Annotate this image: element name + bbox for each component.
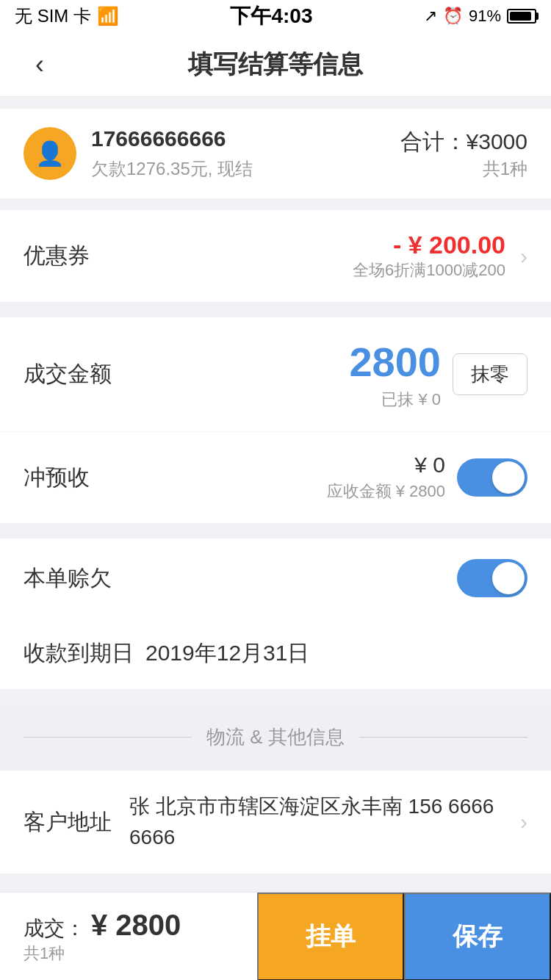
due-date-row: 收款到期日 2019年12月31日: [0, 618, 551, 689]
transaction-row: 成交金额 2800 已抹 ¥ 0 抹零: [0, 317, 551, 432]
customer-right: 合计：¥3000 共1种: [400, 127, 527, 181]
status-bar: 无 SIM 卡 📶 下午4:03 ↗ ⏰ 91%: [0, 0, 551, 32]
status-left: 无 SIM 卡 📶: [15, 4, 119, 28]
divider-2: [0, 303, 551, 317]
address-right: ›: [514, 810, 527, 835]
save-button[interactable]: 保存: [404, 893, 551, 981]
avatar: 👤: [24, 127, 76, 180]
bottom-bar: 成交： ¥ 2800 共1种 挂单 保存: [0, 892, 551, 980]
logistics-label: 物流 & 其他信息: [206, 724, 345, 750]
coupon-desc: 全场6折满1000减200: [353, 259, 505, 281]
line-left: [24, 737, 192, 738]
back-button[interactable]: ‹: [18, 43, 62, 87]
debit-label: 本单赊欠: [24, 563, 112, 594]
page-title: 填写结算等信息: [188, 48, 363, 82]
prepay-right: ¥ 0 应收金额 ¥ 2800: [327, 453, 527, 502]
address-value: 张 北京市市辖区海淀区永丰南 156 6666 6666: [129, 791, 514, 853]
customer-left: 👤 17666666666 欠款1276.35元, 现结: [24, 126, 253, 181]
alarm-icon: ⏰: [443, 7, 463, 26]
divider-3: [0, 524, 551, 538]
divider-1: [0, 198, 551, 210]
customer-debt: 欠款1276.35元, 现结: [91, 157, 253, 181]
toggle-knob: [492, 461, 525, 494]
coupon-label: 优惠券: [24, 241, 90, 271]
line-right: [359, 737, 527, 738]
due-date-label: 收款到期日: [24, 638, 134, 669]
customer-phone: 17666666666: [91, 126, 253, 151]
status-right: ↗ ⏰ 91%: [424, 7, 536, 26]
coupon-chevron-icon: ›: [520, 244, 527, 269]
deal-label: 成交：: [24, 915, 85, 943]
deal-amount: ¥ 2800: [91, 909, 181, 942]
location-icon: ↗: [424, 7, 437, 26]
address-chevron-icon: ›: [520, 810, 527, 835]
coupon-right: - ¥ 200.00 全场6折满1000减200 ›: [353, 231, 527, 281]
coupon-row[interactable]: 优惠券 - ¥ 200.00 全场6折满1000减200 ›: [0, 210, 551, 303]
logistics-divider: 物流 & 其他信息: [0, 704, 551, 771]
time-label: 下午4:03: [230, 2, 312, 30]
debit-row: 本单赊欠: [0, 538, 551, 618]
address-row[interactable]: 客户地址 张 北京市市辖区海淀区永丰南 156 6666 6666 ›: [0, 771, 551, 873]
debit-toggle-knob: [492, 562, 525, 594]
total-count: 共1种: [400, 157, 527, 181]
prepay-row: 冲预收 ¥ 0 应收金额 ¥ 2800: [0, 432, 551, 524]
prepay-toggle[interactable]: [457, 458, 527, 497]
divider-4: [0, 689, 551, 704]
address-label: 客户地址: [24, 807, 112, 837]
prepay-label: 冲预收: [24, 463, 90, 493]
customer-info: 17666666666 欠款1276.35元, 现结: [91, 126, 253, 181]
wiped-label: 已抹 ¥ 0: [381, 389, 441, 411]
form-section: 成交金额 2800 已抹 ¥ 0 抹零 冲预收 ¥ 0 应收金额 ¥ 2800: [0, 317, 551, 524]
due-date-value: 2019年12月31日: [145, 638, 309, 669]
transaction-label: 成交金额: [24, 359, 112, 389]
hang-button[interactable]: 挂单: [257, 893, 404, 981]
battery-icon: [507, 9, 536, 24]
back-icon: ‹: [35, 49, 44, 80]
carrier-label: 无 SIM 卡: [15, 4, 91, 28]
round-zero-button[interactable]: 抹零: [453, 353, 527, 395]
deal-count: 共1种: [24, 943, 234, 965]
total-amount: 合计：¥3000: [400, 127, 527, 157]
transaction-amount: 2800: [349, 338, 441, 386]
avatar-icon: 👤: [35, 140, 65, 167]
debit-toggle[interactable]: [457, 559, 527, 597]
deal-row: 成交： ¥ 2800: [24, 909, 234, 943]
bottom-summary: 成交： ¥ 2800 共1种: [0, 909, 257, 965]
customer-card: 👤 17666666666 欠款1276.35元, 现结 合计：¥3000 共1…: [0, 109, 551, 198]
prepay-amount: ¥ 0: [414, 453, 445, 478]
coupon-amount: - ¥ 200.00: [353, 231, 505, 259]
nav-bar: ‹ 填写结算等信息: [0, 32, 551, 97]
wifi-icon: 📶: [97, 6, 119, 26]
prepay-desc: 应收金额 ¥ 2800: [327, 480, 445, 502]
prepay-amount-col: ¥ 0 应收金额 ¥ 2800: [327, 453, 445, 502]
battery-label: 91%: [469, 7, 501, 26]
transaction-right: 2800 已抹 ¥ 0 抹零: [349, 338, 527, 411]
transaction-amount-col: 2800 已抹 ¥ 0: [349, 338, 441, 411]
